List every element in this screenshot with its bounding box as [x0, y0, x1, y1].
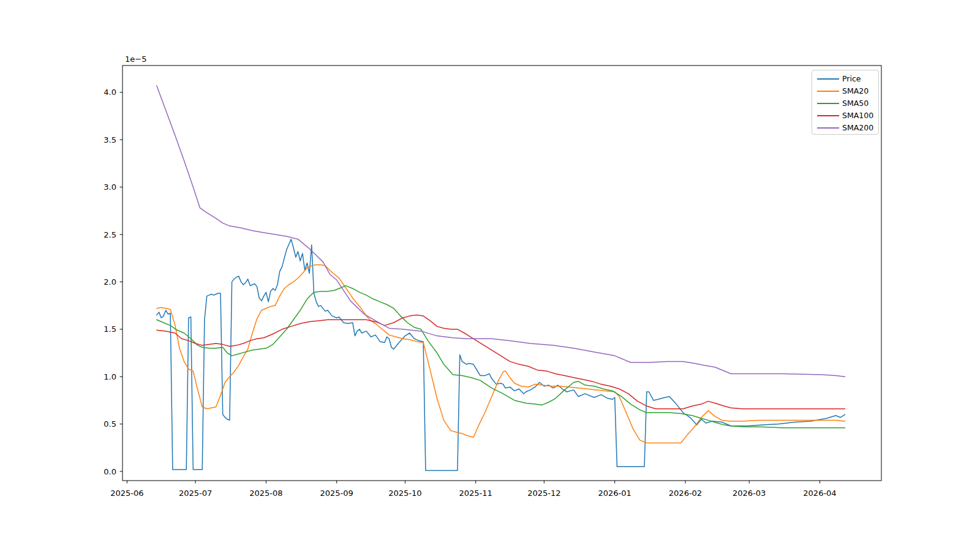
y-axis-tick-label: 3.0	[104, 182, 116, 192]
y-axis-tick-label: 1.5	[104, 324, 116, 334]
x-axis-tick-label: 2026-02	[669, 489, 702, 498]
x-axis-tick-label: 2025-07	[179, 489, 212, 498]
series-line-sma50	[157, 286, 845, 428]
series-line-sma20	[157, 265, 845, 443]
series-line-price	[157, 239, 845, 471]
legend-label-sma200: SMA200	[842, 122, 873, 134]
matplotlib-figure: 2025-062025-072025-082025-092025-102025-…	[0, 0, 980, 551]
x-axis-tick-label: 2026-03	[733, 489, 766, 498]
legend-line-swatch-sma100	[817, 115, 839, 116]
legend-label-sma20: SMA20	[842, 85, 869, 97]
x-axis-tick-label: 2025-08	[249, 489, 282, 498]
legend-label-sma100: SMA100	[842, 110, 873, 122]
x-axis-tick-label: 2025-12	[527, 489, 560, 498]
legend-line-swatch-sma200	[817, 127, 839, 129]
y-axis-tick-label: 2.5	[104, 230, 116, 239]
legend-line-swatch-sma50	[817, 103, 839, 104]
legend: PriceSMA20SMA50SMA100SMA200	[812, 70, 879, 135]
y-axis-tick-label: 3.5	[104, 135, 116, 144]
plot-border	[123, 66, 881, 481]
series-line-sma100	[157, 315, 845, 409]
legend-entry-sma100: SMA100	[817, 110, 878, 122]
x-axis-tick-label: 2025-10	[388, 489, 421, 498]
y-axis-tick-label: 1.0	[104, 372, 116, 381]
legend-entry-sma20: SMA20	[817, 85, 878, 97]
y-axis-tick-label: 4.0	[104, 88, 116, 97]
legend-entry-sma50: SMA50	[817, 97, 878, 110]
legend-entry-price: Price	[817, 73, 878, 85]
x-axis-tick-label: 2025-09	[320, 489, 353, 498]
legend-label-price: Price	[842, 73, 861, 85]
y-axis-tick-label: 0.5	[104, 419, 116, 429]
legend-entry-sma200: SMA200	[817, 122, 878, 134]
legend-label-sma50: SMA50	[842, 97, 869, 110]
legend-line-swatch-sma20	[817, 91, 839, 92]
x-axis-tick-label: 2025-11	[459, 489, 492, 498]
legend-line-swatch-price	[817, 78, 839, 80]
y-axis-tick-label: 2.0	[104, 277, 116, 287]
x-axis-tick-label: 2026-01	[598, 489, 631, 498]
x-axis-tick-label: 2025-06	[110, 489, 143, 498]
legend-items: PriceSMA20SMA50SMA100SMA200	[817, 73, 878, 134]
x-axis-tick-label: 2026-04	[803, 489, 836, 498]
y-axis-offset-label: 1e−5	[125, 54, 146, 64]
series-line-sma200	[157, 86, 845, 377]
y-axis-tick-label: 0.0	[104, 467, 116, 476]
